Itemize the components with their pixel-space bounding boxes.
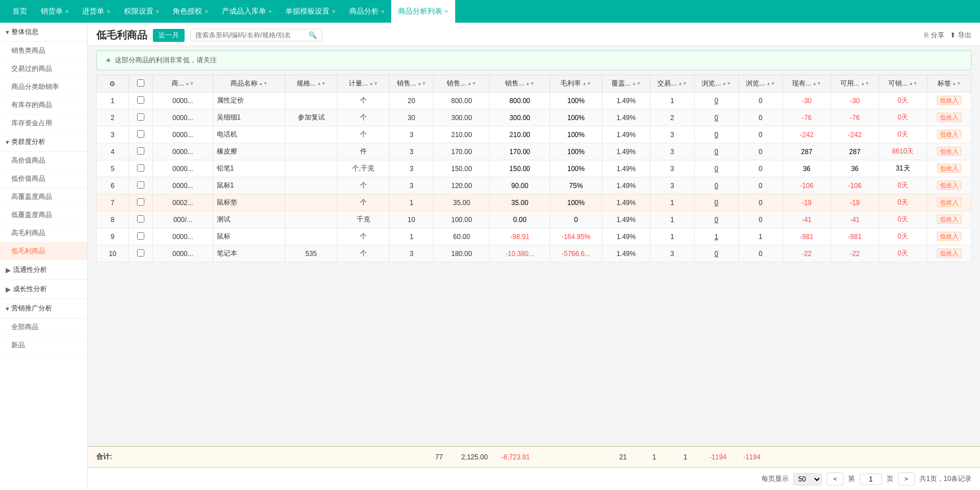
row-checkbox-cell[interactable] <box>129 109 153 126</box>
sidebar-item-high-profit[interactable]: 高毛利商品 <box>0 224 87 242</box>
nav-product-entry[interactable]: 产成品入库单 × <box>215 0 279 23</box>
th-checkbox[interactable] <box>129 75 153 92</box>
close-icon[interactable]: × <box>268 8 272 15</box>
per-page-select[interactable]: 50 100 200 <box>793 473 822 485</box>
row-checkbox[interactable] <box>137 164 144 172</box>
row-checkbox-cell[interactable] <box>129 194 153 211</box>
nav-sales[interactable]: 销货单 × <box>34 0 75 23</box>
date-filter-button[interactable]: 近一月 <box>153 29 185 42</box>
close-icon[interactable]: × <box>156 8 159 15</box>
close-icon[interactable]: × <box>444 8 448 15</box>
nav-permission[interactable]: 权限设置 × <box>117 0 166 23</box>
sidebar-item-all-goods[interactable]: 全部商品 <box>0 318 87 336</box>
nav-purchase[interactable]: 进货单 × <box>75 0 117 23</box>
sidebar-item-low-value[interactable]: 低价值商品 <box>0 170 87 188</box>
nav-analysis[interactable]: 商品分析 × <box>343 0 391 23</box>
row-checkbox-cell[interactable] <box>129 143 153 160</box>
th-tag[interactable]: 标签▲▼ <box>927 75 971 92</box>
row-browse1[interactable]: 0 <box>694 109 738 126</box>
row-browse1[interactable]: 0 <box>694 211 738 228</box>
search-input[interactable] <box>195 31 309 39</box>
close-icon[interactable]: × <box>106 8 110 15</box>
sidebar-item-low-coverage[interactable]: 低覆盖度商品 <box>0 206 87 224</box>
th-trade[interactable]: 交易...▲▼ <box>650 75 694 92</box>
th-sale-profit[interactable]: 销售...▲▼ <box>490 75 550 92</box>
th-browse2[interactable]: 浏览...▲▼ <box>738 75 782 92</box>
row-checkbox[interactable] <box>137 113 144 121</box>
nav-role[interactable]: 角色授权 × <box>166 0 215 23</box>
nav-template[interactable]: 单据模板设置 × <box>279 0 342 23</box>
th-coverage[interactable]: 覆盖...▲▼ <box>602 75 650 92</box>
row-checkbox-cell[interactable] <box>129 177 153 194</box>
row-sale-price: 150.00 <box>434 160 490 177</box>
row-browse1[interactable]: 0 <box>694 194 738 211</box>
row-checkbox[interactable] <box>137 181 144 189</box>
sidebar-item-new-goods[interactable]: 新品 <box>0 336 87 355</box>
row-checkbox[interactable] <box>137 198 144 206</box>
sidebar-section-marketing[interactable]: ▾ 营销推广分析 <box>0 299 87 318</box>
sidebar-item-low-profit[interactable]: 低毛利商品 <box>0 242 87 261</box>
close-icon[interactable]: × <box>332 8 335 15</box>
share-button[interactable]: ⎘ 分享 <box>925 31 944 40</box>
sidebar-item-sales-goods[interactable]: 销售类商品 <box>0 42 87 60</box>
row-browse1[interactable]: 0 <box>694 92 738 109</box>
th-code[interactable]: 商...▲▼ <box>153 75 213 92</box>
row-trade: 1 <box>650 211 694 228</box>
row-checkbox-cell[interactable] <box>129 245 153 262</box>
sort-icon: ▲▼ <box>766 82 775 86</box>
page-number-input[interactable] <box>859 474 882 485</box>
th-available[interactable]: 可用...▲▼ <box>831 75 879 92</box>
row-browse1[interactable]: 0 <box>694 245 738 262</box>
th-gross-rate[interactable]: 毛利率▲▼ <box>550 75 602 92</box>
search-icon[interactable]: 🔍 <box>309 31 317 39</box>
prev-page-button[interactable]: ＜ <box>827 472 844 485</box>
total-label: 合计: <box>96 452 112 462</box>
row-checkbox[interactable] <box>137 249 144 257</box>
row-checkbox-cell[interactable] <box>129 126 153 143</box>
row-checkbox-cell[interactable] <box>129 160 153 177</box>
th-saleable[interactable]: 可销...▲▼ <box>879 75 927 92</box>
next-page-button[interactable]: ＞ <box>898 472 915 485</box>
th-unit[interactable]: 计量...▲▼ <box>337 75 390 92</box>
sidebar-section-overall[interactable]: ▾ 整体信息 <box>0 23 87 42</box>
sidebar-item-category-rate[interactable]: 商品分类助销率 <box>0 78 87 96</box>
th-sale-price[interactable]: 销售...▲▼ <box>434 75 490 92</box>
row-checkbox-cell[interactable] <box>129 228 153 245</box>
th-name[interactable]: 商品名称▲▼ <box>213 75 285 92</box>
row-tag: 低收入 <box>927 228 971 245</box>
row-browse1[interactable]: 0 <box>694 126 738 143</box>
settings-icon[interactable]: ⚙ <box>109 80 115 88</box>
th-spec[interactable]: 规格...▲▼ <box>285 75 337 92</box>
row-checkbox-cell[interactable] <box>129 92 153 109</box>
close-icon[interactable]: × <box>204 8 208 15</box>
nav-home[interactable]: 首页 <box>6 0 34 23</box>
th-sale-qty[interactable]: 销售...▲▼ <box>390 75 434 92</box>
export-button[interactable]: ⬆ 导出 <box>950 31 972 40</box>
th-browse1[interactable]: 浏览...▲▼ <box>694 75 738 92</box>
sidebar-item-in-stock[interactable]: 有库存的商品 <box>0 96 87 114</box>
page-suffix: 页 <box>887 474 893 484</box>
sidebar-section-cluster[interactable]: ▾ 类群度分析 <box>0 133 87 152</box>
row-checkbox[interactable] <box>137 215 144 223</box>
row-checkbox[interactable] <box>137 96 144 104</box>
sidebar-item-high-value[interactable]: 高价值商品 <box>0 152 87 170</box>
row-browse1[interactable]: 0 <box>694 160 738 177</box>
row-checkbox[interactable] <box>137 232 144 240</box>
row-checkbox[interactable] <box>137 147 144 155</box>
row-checkbox[interactable] <box>137 130 144 138</box>
row-browse1[interactable]: 0 <box>694 177 738 194</box>
sidebar-item-capital[interactable]: 库存资金占用 <box>0 114 87 133</box>
sidebar-section-circulation[interactable]: ▶ 流通性分析 <box>0 261 87 280</box>
nav-analysis-list[interactable]: 商品分析列表 × <box>391 0 455 23</box>
th-settings[interactable]: ⚙ <box>97 75 129 92</box>
sidebar-section-growth[interactable]: ▶ 成长性分析 <box>0 280 87 299</box>
close-icon[interactable]: × <box>381 8 384 15</box>
sidebar-item-high-coverage[interactable]: 高覆盖度商品 <box>0 188 87 206</box>
row-browse1[interactable]: 1 <box>694 228 738 245</box>
select-all-checkbox[interactable] <box>137 79 144 87</box>
th-current-stock[interactable]: 现有...▲▼ <box>782 75 831 92</box>
sidebar-item-traded-goods[interactable]: 交易过的商品 <box>0 60 87 78</box>
row-browse1[interactable]: 0 <box>694 143 738 160</box>
row-checkbox-cell[interactable] <box>129 211 153 228</box>
close-icon[interactable]: × <box>65 8 69 15</box>
